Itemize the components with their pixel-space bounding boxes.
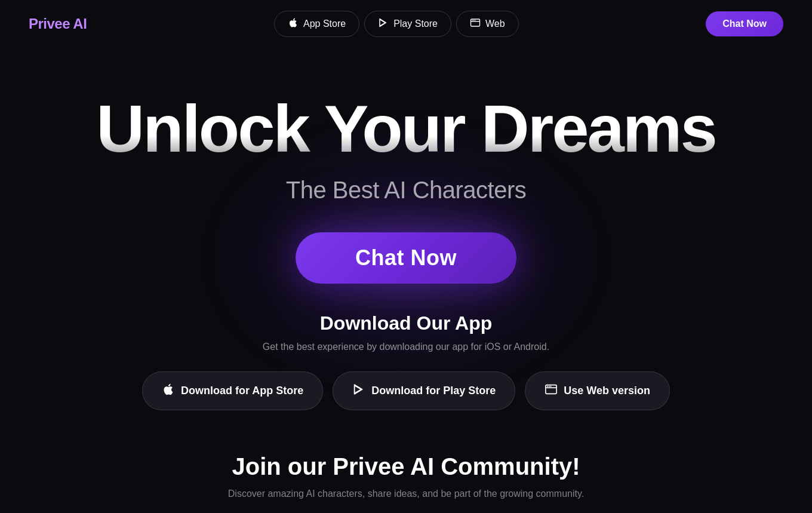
download-app-store-button[interactable]: Download for App Store (142, 371, 323, 410)
download-web-button[interactable]: Use Web version (525, 371, 670, 410)
community-title: Join our Privee AI Community! (232, 453, 580, 480)
nav-app-store-label: App Store (303, 19, 346, 29)
svg-point-8 (549, 386, 550, 387)
nav-play-store-label: Play Store (393, 19, 438, 29)
hero-section: Unlock Your Dreams The Best AI Character… (0, 48, 812, 284)
logo[interactable]: Privee AI (29, 16, 87, 32)
nav-app-store-button[interactable]: App Store (274, 11, 359, 37)
nav-play-store-button[interactable]: Play Store (364, 11, 451, 37)
download-title: Download Our App (320, 312, 493, 334)
download-web-label: Use Web version (564, 385, 650, 397)
download-buttons: Download for App Store Download for Play… (142, 371, 670, 410)
navbar: Privee AI App Store Play Store (0, 0, 812, 48)
svg-point-7 (547, 386, 548, 387)
apple-dl-icon (162, 383, 175, 399)
nav-web-label: Web (485, 19, 505, 29)
download-subtitle: Get the best experience by downloading o… (263, 342, 549, 352)
svg-point-2 (472, 20, 473, 21)
hero-cta-wrap: Chat Now (296, 232, 516, 284)
svg-point-9 (550, 386, 552, 387)
web-icon (470, 17, 481, 30)
web-dl-icon (545, 383, 558, 399)
download-play-store-label: Download for Play Store (371, 385, 496, 397)
nav-chat-now-button[interactable]: Chat Now (706, 11, 783, 36)
download-app-store-label: Download for App Store (181, 385, 303, 397)
community-section: Join our Privee AI Community! Discover a… (0, 453, 812, 513)
community-subtitle: Discover amazing AI characters, share id… (228, 489, 584, 499)
nav-web-button[interactable]: Web (456, 11, 519, 37)
hero-title: Unlock Your Dreams (96, 96, 715, 162)
playstore-dl-icon (352, 383, 365, 399)
download-play-store-button[interactable]: Download for Play Store (333, 371, 515, 410)
hero-subtitle: The Best AI Characters (286, 177, 527, 204)
playstore-icon (378, 17, 389, 30)
svg-point-4 (475, 20, 476, 21)
apple-icon (288, 17, 299, 30)
hero-chat-now-button[interactable]: Chat Now (296, 232, 516, 284)
nav-links: App Store Play Store Web (274, 11, 519, 37)
svg-point-3 (473, 20, 475, 21)
download-section: Download Our App Get the best experience… (0, 312, 812, 410)
